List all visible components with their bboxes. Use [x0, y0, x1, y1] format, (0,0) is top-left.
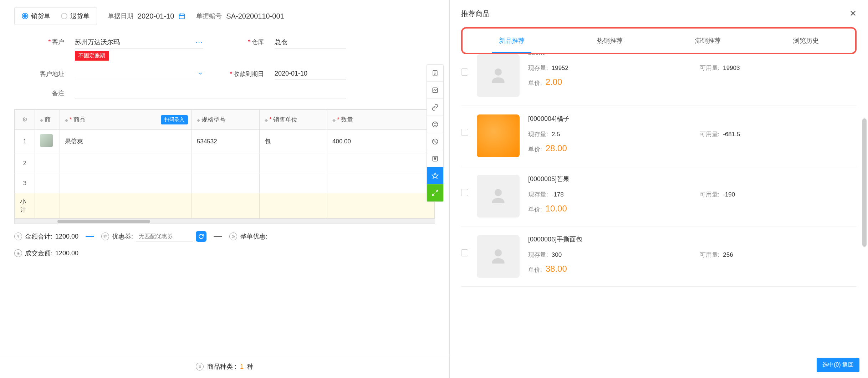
product-row[interactable]: [0000005]芒果 现存量:-178 可用量:-190 单价:10.00 — [461, 166, 857, 226]
product-row[interactable]: [0000006]手撕面包 现存量:300 可用量:256 单价:38.00 — [461, 226, 857, 287]
due-date-field[interactable]: 2020-01-10 — [275, 68, 346, 80]
radio-return-order[interactable]: 退货单 — [61, 12, 90, 20]
price-stat: 单价:38.00 — [528, 264, 685, 274]
tool-swap-icon[interactable] — [427, 116, 443, 133]
product-checkbox[interactable] — [461, 189, 468, 196]
amount-label: 金额合计: — [25, 232, 52, 241]
scan-input-button[interactable]: 扫码录入 — [161, 115, 188, 124]
final-label: 成交金额: — [25, 249, 52, 257]
calendar-icon[interactable] — [178, 12, 185, 20]
table-row[interactable]: 1 果倍爽 534532 包 400.00 — [15, 130, 435, 153]
svg-line-16 — [433, 194, 435, 196]
doc-date-value[interactable]: 2020-01-10 — [138, 12, 174, 20]
col-thumb[interactable]: ◆商 — [35, 110, 60, 130]
product-title: [0000006]手撕面包 — [528, 235, 857, 244]
svg-point-18 — [495, 189, 502, 196]
row-spec[interactable] — [192, 173, 260, 193]
totals-row-2: ◈ 成交金额: 1200.00 — [14, 249, 435, 257]
col-settings[interactable]: ⚙ — [15, 110, 35, 130]
stock-stat: 现存量:-178 — [528, 190, 685, 199]
row-unit[interactable] — [260, 173, 327, 193]
table-row[interactable]: 3 — [15, 173, 435, 193]
tool-block-icon[interactable] — [427, 133, 443, 150]
remark-label: 备注 — [14, 87, 64, 97]
row-qty[interactable]: 400.00 — [327, 130, 435, 153]
customer-value: 苏州万达沃尔玛 — [75, 39, 120, 46]
footer-bar: ≡ 商品种类 : 1 种 — [0, 355, 449, 378]
product-checkbox[interactable] — [461, 249, 468, 256]
gear-icon: ⚙ — [22, 116, 27, 123]
product-row[interactable]: [0000004]橘子 现存量:2.5 可用量:-681.5 单价:28.00 — [461, 106, 857, 166]
product-thumb — [40, 134, 53, 147]
tool-star-icon[interactable] — [427, 167, 443, 184]
svg-point-19 — [495, 249, 502, 256]
row-unit[interactable] — [260, 153, 327, 173]
tool-expand-icon[interactable] — [427, 184, 443, 201]
final-value: 1200.00 — [55, 250, 78, 257]
product-row[interactable]: 250ml 现存量:19952 可用量:19903 单价:2.00 — [461, 54, 857, 106]
tool-currency-icon[interactable]: ¥ — [427, 150, 443, 167]
customer-lookup-icon[interactable]: ⋯ — [195, 38, 203, 46]
select-return-button[interactable]: 选中(0) 返回 — [817, 358, 859, 372]
final-amount: ◈ 成交金额: 1200.00 — [14, 249, 78, 257]
row-thumb — [35, 130, 60, 153]
row-qty[interactable] — [327, 173, 435, 193]
avail-stat: 可用量:19903 — [700, 64, 857, 72]
amount-value: 1200.00 — [55, 233, 78, 240]
row-product[interactable] — [60, 153, 192, 173]
doc-date: 单据日期 2020-01-10 — [108, 12, 185, 20]
table-row[interactable]: 2 — [15, 153, 435, 173]
col-product[interactable]: ◆*商品扫码录入 — [60, 110, 192, 130]
chevron-down-icon[interactable] — [198, 71, 203, 76]
close-icon[interactable]: ✕ — [849, 9, 857, 19]
tool-link-icon[interactable] — [427, 99, 443, 116]
remark-field[interactable] — [75, 87, 346, 98]
row-thumb — [35, 173, 60, 193]
svg-text:¥: ¥ — [434, 157, 436, 160]
table-h-scrollbar[interactable] — [15, 219, 435, 224]
warehouse-field[interactable]: 总仓 — [275, 36, 346, 49]
product-image — [477, 114, 520, 157]
product-info: 250ml 现存量:19952 可用量:19903 单价:2.00 — [528, 54, 857, 87]
row-qty[interactable] — [327, 153, 435, 173]
tab-hot[interactable]: 热销推荐 — [561, 31, 659, 51]
kinds-icon: ≡ — [196, 363, 204, 371]
svg-marker-14 — [432, 173, 438, 178]
row-product[interactable] — [60, 173, 192, 193]
tab-slow[interactable]: 滞销推荐 — [659, 31, 757, 51]
address-field[interactable] — [75, 68, 203, 79]
col-unit[interactable]: ◆*销售单位 — [260, 110, 327, 130]
radio-sales-order[interactable]: 销货单 — [22, 12, 50, 20]
col-qty[interactable]: ◆*数量 — [327, 110, 435, 130]
tab-history[interactable]: 浏览历史 — [757, 31, 855, 51]
coupon-input[interactable] — [136, 232, 193, 241]
address-label: 客户地址 — [14, 68, 64, 78]
row-product[interactable]: 果倍爽 — [60, 130, 192, 153]
radio-return-label: 退货单 — [70, 12, 90, 20]
refresh-button[interactable] — [196, 231, 206, 242]
col-spec[interactable]: ◆规格型号 — [192, 110, 260, 130]
tabs-highlight-box: 新品推荐 热销推荐 滞销推荐 浏览历史 — [461, 27, 857, 54]
yen-icon: ¥ — [14, 233, 22, 240]
recommend-panel: 推荐商品 ✕ 新品推荐 热销推荐 滞销推荐 浏览历史 250ml 现存量:199… — [449, 0, 868, 378]
tool-chart-icon[interactable] — [427, 82, 443, 99]
subtotal-label: 小计 — [15, 193, 35, 219]
discount-icon: ⊘ — [229, 233, 237, 240]
tab-new[interactable]: 新品推荐 — [463, 31, 561, 51]
row-spec[interactable] — [192, 153, 260, 173]
stock-stat: 现存量:300 — [528, 251, 685, 259]
radio-sales-label: 销货单 — [31, 12, 50, 20]
order-type-radio-group: 销货单 退货单 — [14, 7, 97, 25]
row-unit[interactable]: 包 — [260, 130, 327, 153]
tool-doc-icon[interactable] — [427, 65, 443, 82]
panel-footer: 选中(0) 返回 — [450, 352, 868, 378]
dash-icon — [214, 236, 222, 237]
product-list[interactable]: 250ml 现存量:19952 可用量:19903 单价:2.00 [00000… — [450, 54, 868, 352]
customer-field[interactable]: 苏州万达沃尔玛 ⋯ — [75, 36, 203, 49]
product-checkbox[interactable] — [461, 129, 468, 136]
kinds-label: 商品种类 : — [207, 362, 236, 371]
product-checkbox[interactable] — [461, 68, 468, 76]
row-spec[interactable]: 534532 — [192, 130, 260, 153]
panel-v-scrollbar[interactable] — [862, 118, 867, 247]
product-image — [477, 175, 520, 218]
